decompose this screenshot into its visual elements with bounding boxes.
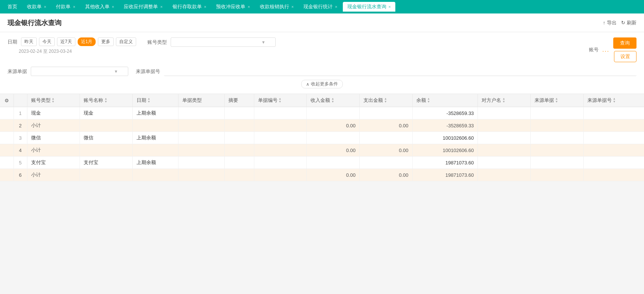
sort-arrows-date: ▲▼ [147,97,150,103]
table-cell [478,132,531,144]
table-cell: 上期余额 [132,157,178,169]
nav-item-home[interactable]: 首页 [3,2,22,12]
table-cell [254,119,307,132]
nav-item-receipt-execute[interactable]: 收款核销执行 × [255,2,298,12]
export-button[interactable]: ↑ 导出 [603,19,617,26]
th-expense[interactable]: 支出金额 ▲▼ [359,94,412,107]
nav-item-cash-flow[interactable]: 现金银行流水查询 × [343,2,395,12]
th-source-doc-no[interactable]: 来源单据号 ▲▼ [583,94,644,107]
table-cell [583,157,644,169]
table-cell [0,107,14,119]
table-body: 1现金现金上期余额-3528659.332小计0.000.00-3528659.… [0,107,644,181]
sort-arrows-balance: ▲▼ [427,97,430,103]
collapse-button[interactable]: ∧ 收起更多条件 [301,80,343,88]
table-cell [0,157,14,169]
th-summary: 摘要 [224,94,254,107]
account-dots-button[interactable]: ... [602,46,609,53]
table-cell: 0.00 [307,169,360,181]
th-date[interactable]: 日期 ▲▼ [132,94,178,107]
table-cell: -3528659.33 [412,119,478,132]
date-btn-1month[interactable]: 近1月 [78,37,96,46]
date-btn-more[interactable]: 更多 [98,37,114,46]
th-counterpart[interactable]: 对方户名 ▲▼ [478,94,531,107]
source-doc-select[interactable]: ▾ [31,67,128,76]
th-source-doc[interactable]: 来源单据 ▲▼ [531,94,584,107]
table-cell [80,144,133,157]
table-cell: 19871073.60 [412,157,478,169]
table-cell: 0.00 [359,144,412,157]
date-btn-yesterday[interactable]: 昨天 [21,37,37,46]
table-cell: 支付宝 [27,157,80,169]
close-icon[interactable]: × [160,4,162,9]
nav-item-payments[interactable]: 付款单 × [51,2,80,12]
nav-item-cash-stats[interactable]: 现金银行统计 × [299,2,342,12]
close-icon[interactable]: × [389,4,391,9]
table-cell [254,169,307,181]
table-cell [254,157,307,169]
chevron-up-icon: ∧ [306,82,309,87]
source-doc-num-input[interactable] [164,67,636,76]
table-cell [179,107,224,119]
sort-arrows-source-doc-no: ▲▼ [613,97,616,103]
th-doc-no[interactable]: 单据编号 ▲▼ [254,94,307,107]
table-cell: 上期余额 [132,132,178,144]
nav-item-ar-ap-adjust[interactable]: 应收应付调整单 × [119,2,167,12]
nav-item-bank-deposit[interactable]: 银行存取款单 × [168,2,211,12]
table-cell [0,132,14,144]
table-cell: 2 [14,119,27,132]
nav-item-receipts[interactable]: 收款单 × [23,2,51,12]
table-cell [254,107,307,119]
table-cell [179,119,224,132]
table-cell: 支付宝 [80,157,133,169]
close-icon[interactable]: × [335,4,337,9]
table-header-row: ⚙ 账号类型 ▲▼ 账号名称 ▲▼ 日期 [0,94,644,107]
settings-button[interactable]: 设置 [614,51,636,62]
table-cell [179,157,224,169]
nav-item-label: 应收应付调整单 [124,3,158,10]
th-balance[interactable]: 余额 ▲▼ [412,94,478,107]
nav-item-label: 银行存取款单 [173,3,202,10]
nav-item-label: 收款核销执行 [260,3,289,10]
close-icon[interactable]: × [204,4,206,9]
close-icon[interactable]: × [73,4,75,9]
close-icon[interactable]: × [44,4,46,9]
table-cell [531,169,584,181]
refresh-button[interactable]: ↻ 刷新 [621,19,636,26]
th-income[interactable]: 收入金额 ▲▼ [307,94,360,107]
date-range: 2023-02-24 至 2023-03-24 [19,48,136,55]
account-type-select[interactable]: ▾ [171,37,276,47]
th-account-name[interactable]: 账号名称 ▲▼ [80,94,133,107]
table-row[interactable]: 4小计0.000.00100102606.60 [0,144,644,157]
table-row[interactable]: 5支付宝支付宝上期余额19871073.60 [0,157,644,169]
close-icon[interactable]: × [291,4,294,9]
th-doc-type: 单据类型 [179,94,224,107]
close-icon[interactable]: × [112,4,114,9]
table-row[interactable]: 1现金现金上期余额-3528659.33 [0,107,644,119]
query-button[interactable]: 查询 [613,37,636,49]
close-icon[interactable]: × [248,4,250,9]
table-row[interactable]: 6小计0.000.0019871073.60 [0,169,644,181]
table-cell [224,107,254,119]
table-cell: 100102606.60 [412,132,478,144]
date-btn-custom[interactable]: 自定义 [116,37,136,46]
table-cell [0,169,14,181]
table-row[interactable]: 3微信微信上期余额100102606.60 [0,132,644,144]
page-header: 现金银行流水查询 ↑ 导出 ↻ 刷新 [0,13,644,32]
table-cell [583,132,644,144]
sort-arrows-income: ▲▼ [331,97,334,103]
nav-item-other-income[interactable]: 其他收入单 × [81,2,119,12]
chevron-down-icon: ▾ [262,39,265,45]
table-cell [179,132,224,144]
table-cell: 1 [14,107,27,119]
th-account-type[interactable]: 账号类型 ▲▼ [27,94,80,107]
nav-item-advance-offset[interactable]: 预收冲应收单 × [212,2,254,12]
date-btn-today[interactable]: 今天 [39,37,55,46]
table-cell: 0.00 [307,144,360,157]
nav-item-label: 首页 [8,3,17,10]
th-gear[interactable]: ⚙ [0,94,14,107]
table-cell: 现金 [80,107,133,119]
date-btn-7days[interactable]: 近7天 [57,37,75,46]
table-row[interactable]: 2小计0.000.00-3528659.33 [0,119,644,132]
table-cell [224,157,254,169]
table-cell [80,119,133,132]
